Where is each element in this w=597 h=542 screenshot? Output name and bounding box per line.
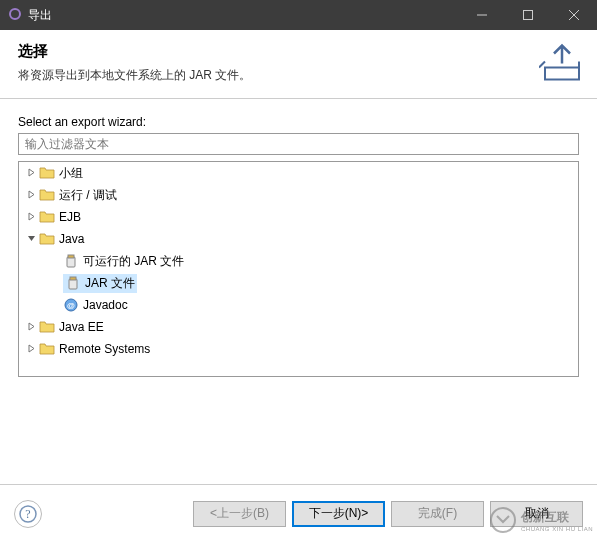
tree-item[interactable]: 运行 / 调试 — [19, 184, 578, 206]
tree-item-label: EJB — [59, 210, 81, 224]
svg-rect-9 — [68, 255, 74, 258]
close-button[interactable] — [551, 0, 597, 30]
folder-icon — [39, 341, 55, 357]
maximize-button[interactable] — [505, 0, 551, 30]
button-bar: ? <上一步(B) 下一步(N)> 完成(F) 取消 — [0, 484, 597, 542]
folder-icon — [39, 165, 55, 181]
tree-item[interactable]: EJB — [19, 206, 578, 228]
chevron-right-icon[interactable] — [23, 322, 39, 333]
folder-icon — [39, 231, 55, 247]
minimize-button[interactable] — [459, 0, 505, 30]
chevron-right-icon[interactable] — [23, 168, 39, 179]
filter-input[interactable] — [18, 133, 579, 155]
finish-button[interactable]: 完成(F) — [391, 501, 484, 527]
tree-item[interactable]: 可运行的 JAR 文件 — [19, 250, 578, 272]
wizard-header: 选择 将资源导出到本地文件系统上的 JAR 文件。 — [0, 30, 597, 99]
chevron-right-icon[interactable] — [23, 190, 39, 201]
jar-icon — [63, 253, 79, 269]
folder-icon — [39, 319, 55, 335]
tree-item[interactable]: 小组 — [19, 162, 578, 184]
back-button[interactable]: <上一步(B) — [193, 501, 286, 527]
tree-item-label: 运行 / 调试 — [59, 187, 117, 204]
svg-text:?: ? — [25, 507, 30, 521]
folder-icon — [39, 209, 55, 225]
jar-icon — [65, 275, 81, 291]
svg-rect-11 — [70, 277, 76, 280]
select-wizard-label: Select an export wizard: — [18, 115, 579, 129]
tree-item[interactable]: Java — [19, 228, 578, 250]
tree-scrollarea[interactable]: 小组运行 / 调试EJBJava可运行的 JAR 文件JAR 文件@Javado… — [19, 162, 578, 376]
tree-item-label: 小组 — [59, 165, 83, 182]
chevron-right-icon[interactable] — [23, 212, 39, 223]
next-button[interactable]: 下一步(N)> — [292, 501, 385, 527]
titlebar: 导出 — [0, 0, 597, 30]
svg-rect-2 — [524, 11, 533, 20]
app-icon — [8, 7, 22, 24]
export-icon — [539, 40, 585, 89]
wizard-body: Select an export wizard: 小组运行 / 调试EJBJav… — [0, 99, 597, 385]
svg-point-0 — [10, 9, 20, 19]
tree-item-label: 可运行的 JAR 文件 — [83, 253, 184, 270]
tree-item-label: JAR 文件 — [85, 275, 135, 292]
help-button[interactable]: ? — [14, 500, 42, 528]
page-subtitle: 将资源导出到本地文件系统上的 JAR 文件。 — [18, 67, 579, 84]
svg-rect-5 — [545, 68, 579, 80]
svg-text:@: @ — [67, 301, 75, 310]
javadoc-icon: @ — [63, 297, 79, 313]
page-title: 选择 — [18, 42, 579, 61]
tree-item-label: Java EE — [59, 320, 104, 334]
tree-item[interactable]: JAR 文件 — [19, 272, 578, 294]
chevron-right-icon[interactable] — [23, 344, 39, 355]
tree-item[interactable]: @Javadoc — [19, 294, 578, 316]
cancel-button[interactable]: 取消 — [490, 501, 583, 527]
chevron-down-icon[interactable] — [23, 234, 39, 245]
wizard-tree: 小组运行 / 调试EJBJava可运行的 JAR 文件JAR 文件@Javado… — [18, 161, 579, 377]
tree-item-label: Remote Systems — [59, 342, 150, 356]
tree-item-label: Java — [59, 232, 84, 246]
tree-item[interactable]: Remote Systems — [19, 338, 578, 360]
window-title: 导出 — [28, 7, 52, 24]
folder-icon — [39, 187, 55, 203]
tree-item-label: Javadoc — [83, 298, 128, 312]
tree-item[interactable]: Java EE — [19, 316, 578, 338]
